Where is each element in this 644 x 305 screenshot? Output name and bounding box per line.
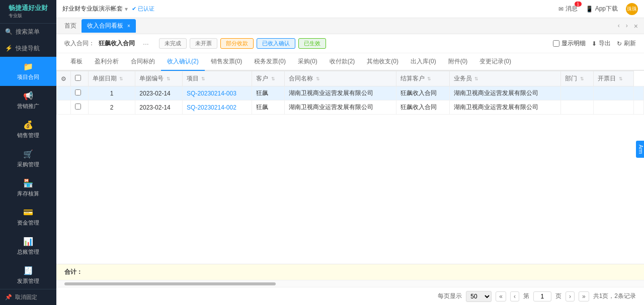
- tab-close-all-icon[interactable]: ×: [632, 21, 640, 31]
- prev-page-button[interactable]: ‹: [510, 291, 519, 301]
- sidebar-item-库存核算[interactable]: 🏪库存核算: [0, 173, 56, 202]
- contract-title-prefix: 收入合同：: [64, 39, 95, 48]
- sort-contract-icon: ⇅: [316, 76, 320, 81]
- row-settings-0[interactable]: [57, 86, 71, 100]
- avatar[interactable]: 珠珠: [626, 3, 638, 15]
- th-order-no[interactable]: 单据编号 ⇅: [135, 71, 183, 86]
- table-footer: 合计：: [56, 264, 644, 280]
- sidebar-item-总账管理[interactable]: 📊总账管理: [0, 232, 56, 261]
- th-project[interactable]: 项目 ⇅: [183, 71, 252, 86]
- last-page-button[interactable]: »: [579, 291, 589, 301]
- status-btn-3[interactable]: 已收入确认: [257, 38, 295, 49]
- th-checkbox[interactable]: [71, 71, 89, 86]
- table-area[interactable]: ⚙ 单据日期 ⇅ 单据编号 ⇅ 项目 ⇅ 客户 ⇅ 合同名称 ⇅ 结算客户 ⇅ …: [56, 71, 644, 264]
- tab-active[interactable]: 收入合同看板 ×: [82, 19, 136, 33]
- order-link-1[interactable]: SQ-20230214-002: [187, 104, 236, 111]
- sidebar-icon-7: 🧾: [23, 266, 33, 275]
- tab-next-icon[interactable]: ›: [624, 21, 630, 31]
- inner-tab-其他收支[interactable]: 其他收支(0): [361, 53, 405, 71]
- sidebar-search[interactable]: 🔍 搜索菜单: [0, 24, 56, 40]
- inner-tab-收入确认[interactable]: 收入确认(2): [161, 53, 205, 71]
- sort-dept-icon: ⇅: [580, 76, 584, 81]
- inner-tab-附件[interactable]: 附件(0): [442, 53, 474, 71]
- sidebar-bottom-pin[interactable]: 📌 取消固定: [0, 289, 56, 305]
- certified-check-icon: ✔: [132, 6, 136, 12]
- row-contract-name-0: 狂飙收入合同: [396, 86, 449, 100]
- next-page-button[interactable]: ›: [566, 291, 575, 301]
- sidebar-item-项目合同[interactable]: 📁项目合同: [0, 57, 56, 86]
- content-area: 收入合同： 狂飙收入合同 ··· 未完成未开票部分收款已收入确认已生效 显示明细…: [56, 34, 644, 305]
- export-button[interactable]: ⬇ 导出: [592, 39, 611, 48]
- per-page-select[interactable]: 50 20 100: [466, 291, 492, 302]
- sidebar-search-label: 搜索菜单: [16, 28, 40, 36]
- select-all-checkbox[interactable]: [75, 75, 81, 81]
- row-checkbox-1[interactable]: [71, 100, 89, 115]
- sidebar-item-发票管理[interactable]: 🧾发票管理: [0, 261, 56, 289]
- table-row[interactable]: 2 2023-02-14 SQ-20230214-002 狂飙 湖南卫视商业运营…: [57, 100, 644, 115]
- row-settlement-0: 湖南卫视商业运营发展有限公司: [450, 86, 561, 100]
- display-detail-checkbox[interactable]: 显示明细: [553, 39, 586, 48]
- row-dept-0: [594, 86, 633, 100]
- sidebar-bottom-label: 取消固定: [15, 293, 37, 301]
- page-number-input[interactable]: [533, 291, 551, 301]
- pin-icon: 📌: [5, 294, 12, 300]
- messages-button[interactable]: ✉ 1 消息: [558, 5, 578, 13]
- inner-tab-税务发票[interactable]: 税务发票(0): [248, 53, 292, 71]
- th-settings[interactable]: ⚙: [57, 71, 71, 86]
- quick-nav-icon: ⚡: [5, 45, 13, 52]
- th-contract-name[interactable]: 合同名称 ⇅: [285, 71, 396, 86]
- status-buttons: 未完成未开票部分收款已收入确认已生效: [159, 38, 326, 49]
- th-date[interactable]: 单据日期 ⇅: [88, 71, 135, 86]
- company-selector[interactable]: 好业财专业版演示帐套 ▾: [62, 5, 128, 13]
- sidebar-quick-nav[interactable]: ⚡ 快捷导航: [0, 40, 56, 57]
- order-link-0[interactable]: SQ-20230214-003: [187, 90, 236, 97]
- row-customer-1: 湖南卫视商业运营发展有限公司: [285, 100, 396, 115]
- row-order-1[interactable]: SQ-20230214-002: [183, 100, 252, 115]
- export-icon: ⬇: [592, 40, 597, 47]
- sidebar-item-销售管理[interactable]: 💰销售管理: [0, 115, 56, 144]
- table-head: ⚙ 单据日期 ⇅ 单据编号 ⇅ 项目 ⇅ 客户 ⇅ 合同名称 ⇅ 结算客户 ⇅ …: [57, 71, 644, 86]
- row-order-0[interactable]: SQ-20230214-003: [183, 86, 252, 100]
- app-download-button[interactable]: 📱 App下载: [586, 5, 618, 13]
- th-department[interactable]: 部门 ⇅: [561, 71, 594, 86]
- status-btn-1[interactable]: 未开票: [190, 38, 217, 49]
- inner-tab-收付款[interactable]: 收付款(2): [324, 53, 361, 71]
- settings-icon[interactable]: ⚙: [61, 75, 66, 82]
- tab-home[interactable]: 首页: [60, 20, 80, 32]
- inner-tab-销售发票[interactable]: 销售发票(0): [205, 53, 249, 71]
- inner-tab-出入库[interactable]: 出入库(0): [405, 53, 442, 71]
- inner-tab-合同标的[interactable]: 合同标的: [125, 53, 161, 71]
- th-invoice-date[interactable]: 开票日 ⇅: [594, 71, 633, 86]
- status-btn-2[interactable]: 部分收款: [220, 38, 254, 49]
- tab-prev-icon[interactable]: ‹: [616, 21, 622, 31]
- inner-tab-看板[interactable]: 看板: [64, 53, 89, 71]
- sidebar-item-营销推广[interactable]: 📢营销推广: [0, 86, 56, 115]
- refresh-button[interactable]: ↻ 刷新: [617, 39, 636, 48]
- pagination: 每页显示 50 20 100 « ‹ 第 页 › » 共1页，2条记录: [56, 287, 644, 305]
- sidebar-icon-4: 🏪: [23, 178, 33, 188]
- scroll-thumb[interactable]: [64, 282, 276, 285]
- th-salesman[interactable]: 业务员 ⇅: [450, 71, 561, 86]
- sidebar-item-采购管理[interactable]: 🛒采购管理: [0, 144, 56, 173]
- th-settlement-customer[interactable]: 结算客户 ⇅: [396, 71, 449, 86]
- inner-tab-盈利分析[interactable]: 盈利分析: [89, 53, 125, 71]
- tab-close-icon[interactable]: ×: [127, 23, 130, 29]
- th-customer[interactable]: 客户 ⇅: [252, 71, 285, 86]
- table-row[interactable]: 1 2023-02-14 SQ-20230214-003 狂飙 湖南卫视商业运营…: [57, 86, 644, 100]
- status-btn-0[interactable]: 未完成: [159, 38, 187, 49]
- display-detail-input[interactable]: [553, 40, 559, 47]
- first-page-button[interactable]: «: [496, 291, 506, 301]
- inner-tab-变更记录[interactable]: 变更记录(0): [473, 53, 517, 71]
- sort-settlement-icon: ⇅: [427, 76, 431, 81]
- status-btn-4[interactable]: 已生效: [298, 38, 326, 49]
- right-panel-button[interactable]: Arm: [636, 141, 644, 158]
- contract-more-icon[interactable]: ···: [143, 40, 149, 48]
- row-settings-1[interactable]: [57, 100, 71, 115]
- display-detail-label: 显示明细: [561, 39, 586, 48]
- inner-tab-采购[interactable]: 采购(0): [292, 53, 324, 71]
- row-checkbox-0[interactable]: [71, 86, 89, 100]
- sidebar-item-资金管理[interactable]: 💳资金管理: [0, 202, 56, 232]
- data-table: ⚙ 单据日期 ⇅ 单据编号 ⇅ 项目 ⇅ 客户 ⇅ 合同名称 ⇅ 结算客户 ⇅ …: [56, 71, 644, 115]
- tabbar: 首页 收入合同看板 × ‹ › ×: [56, 18, 644, 34]
- horizontal-scrollbar[interactable]: [56, 280, 644, 287]
